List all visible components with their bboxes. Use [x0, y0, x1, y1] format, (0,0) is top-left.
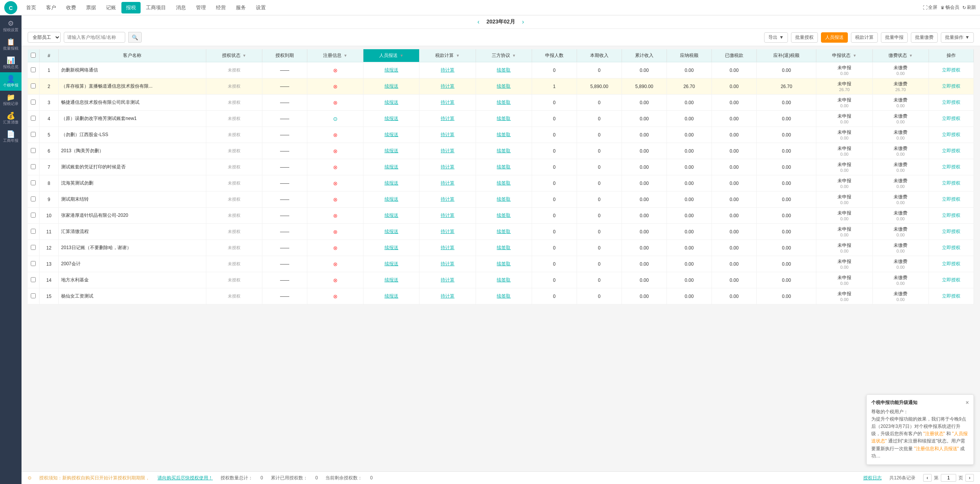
row-actions[interactable]: 立即授权	[929, 127, 973, 143]
fullscreen-btn[interactable]: ⛶ 全屏	[923, 4, 937, 11]
action-btn[interactable]: 立即授权	[942, 99, 960, 106]
action-btn[interactable]: 立即授权	[942, 244, 960, 251]
row-select-checkbox[interactable]	[31, 213, 36, 218]
row-actions[interactable]: 立即授权	[929, 256, 973, 272]
row-person-report[interactable]: 续报送	[363, 111, 420, 127]
row-select-checkbox[interactable]	[31, 148, 36, 153]
nav-item-经营[interactable]: 经营	[211, 2, 230, 13]
batch-auth-btn[interactable]: 批量授权	[791, 32, 818, 43]
row-select-checkbox[interactable]	[31, 180, 36, 185]
sidebar-item-报税总览[interactable]: 📊报税总览	[0, 54, 22, 72]
sidebar-item-个税申报[interactable]: 👤个税申报	[0, 72, 22, 91]
next-page-btn[interactable]: ›	[965, 474, 974, 482]
row-tax-calc[interactable]: 待计算	[420, 288, 476, 304]
action-btn[interactable]: 立即授权	[942, 180, 960, 186]
row-person-report[interactable]: 续报送	[363, 95, 420, 111]
row-actions[interactable]: 立即授权	[929, 224, 973, 240]
row-actions[interactable]: 立即授权	[929, 208, 973, 224]
auth-log-link[interactable]: 授权日志	[863, 475, 882, 481]
row-actions[interactable]: 立即授权	[929, 95, 973, 111]
nav-item-报税[interactable]: 报税	[121, 2, 141, 13]
action-btn[interactable]: 立即授权	[942, 212, 960, 219]
row-person-report[interactable]: 续报送	[363, 62, 420, 78]
row-actions[interactable]: 立即授权	[929, 240, 973, 256]
row-select-checkbox[interactable]	[31, 67, 36, 72]
row-select-checkbox[interactable]	[31, 229, 36, 234]
nav-item-票据[interactable]: 票据	[81, 2, 101, 13]
row-select-checkbox[interactable]	[31, 83, 36, 88]
row-checkbox[interactable]	[28, 127, 39, 143]
row-actions[interactable]: 立即授权	[929, 159, 973, 175]
select-all-checkbox[interactable]	[31, 53, 36, 58]
row-tri-agreement[interactable]: 续签取	[476, 272, 532, 288]
col-tax-calc[interactable]: 税款计算 ▼	[420, 49, 476, 62]
action-btn[interactable]: 立即授权	[942, 164, 960, 170]
row-select-checkbox[interactable]	[31, 293, 36, 298]
row-person-report[interactable]: 续报送	[363, 143, 420, 159]
row-actions[interactable]: 立即授权	[929, 272, 973, 288]
row-tri-agreement[interactable]: 续签取	[476, 191, 532, 208]
row-tax-calc[interactable]: 待计算	[420, 127, 476, 143]
prev-page-btn[interactable]: ‹	[923, 474, 932, 482]
nav-item-记账[interactable]: 记账	[101, 2, 121, 13]
row-tax-calc[interactable]: 待计算	[420, 240, 476, 256]
personal-report-btn[interactable]: 人员报送	[821, 32, 848, 43]
row-checkbox[interactable]	[28, 208, 39, 224]
row-person-report[interactable]: 续报送	[363, 208, 420, 224]
col-tri-agreement[interactable]: 三方协议 ▼	[476, 49, 532, 62]
nav-item-首页[interactable]: 首页	[22, 2, 41, 13]
row-select-checkbox[interactable]	[31, 100, 36, 105]
page-input[interactable]	[941, 474, 956, 482]
warn-link[interactable]: 请向购买后尽快授权使用！	[158, 475, 213, 481]
row-tax-calc[interactable]: 待计算	[420, 224, 476, 240]
row-tax-calc[interactable]: 待计算	[420, 256, 476, 272]
col-reg-info[interactable]: 注册信息 ▼	[307, 49, 363, 62]
row-person-report[interactable]: 续报送	[363, 159, 420, 175]
notification-close-btn[interactable]: ×	[966, 399, 969, 406]
row-tri-agreement[interactable]: 续签取	[476, 95, 532, 111]
row-tax-calc[interactable]: 待计算	[420, 143, 476, 159]
nav-item-客户[interactable]: 客户	[41, 2, 61, 13]
action-btn[interactable]: 立即授权	[942, 131, 960, 138]
row-select-checkbox[interactable]	[31, 132, 36, 137]
row-tri-agreement[interactable]: 续签取	[476, 62, 532, 78]
row-checkbox[interactable]	[28, 288, 39, 304]
row-checkbox[interactable]	[28, 272, 39, 288]
row-tri-agreement[interactable]: 续签取	[476, 256, 532, 272]
action-btn[interactable]: 立即授权	[942, 115, 960, 122]
nav-item-工商项目[interactable]: 工商项目	[141, 2, 171, 13]
row-checkbox[interactable]	[28, 224, 39, 240]
member-btn[interactable]: ♛ 畅会员	[940, 4, 959, 11]
row-actions[interactable]: 立即授权	[929, 191, 973, 208]
row-actions[interactable]: 立即授权	[929, 62, 973, 78]
row-checkbox[interactable]	[28, 175, 39, 191]
row-checkbox[interactable]	[28, 240, 39, 256]
row-tax-calc[interactable]: 待计算	[420, 78, 476, 95]
row-person-report[interactable]: 续报送	[363, 240, 420, 256]
row-select-checkbox[interactable]	[31, 116, 36, 121]
col-person-report[interactable]: 人员报送 ▼	[363, 49, 420, 62]
row-tri-agreement[interactable]: 续签取	[476, 175, 532, 191]
row-actions[interactable]: 立即授权	[929, 143, 973, 159]
nav-item-收费[interactable]: 收费	[61, 2, 81, 13]
row-checkbox[interactable]	[28, 143, 39, 159]
row-tax-calc[interactable]: 待计算	[420, 208, 476, 224]
action-btn[interactable]: 立即授权	[942, 67, 960, 73]
nav-item-设置[interactable]: 设置	[251, 2, 270, 13]
row-person-report[interactable]: 续报送	[363, 272, 420, 288]
row-tri-agreement[interactable]: 续签取	[476, 288, 532, 304]
row-select-checkbox[interactable]	[31, 277, 36, 282]
row-actions[interactable]: 立即授权	[929, 175, 973, 191]
row-tax-calc[interactable]: 待计算	[420, 191, 476, 208]
prev-period-btn[interactable]: ‹	[475, 18, 482, 25]
action-btn[interactable]: 立即授权	[942, 83, 960, 90]
row-tax-calc[interactable]: 待计算	[420, 159, 476, 175]
action-btn[interactable]: 立即授权	[942, 228, 960, 235]
col-pay-status[interactable]: 缴费状态 ▼	[872, 49, 929, 62]
row-tri-agreement[interactable]: 续签取	[476, 111, 532, 127]
nav-item-消息[interactable]: 消息	[171, 2, 191, 13]
row-actions[interactable]: 立即授权	[929, 78, 973, 95]
row-person-report[interactable]: 续报送	[363, 256, 420, 272]
row-person-report[interactable]: 续报送	[363, 78, 420, 95]
row-tri-agreement[interactable]: 续签取	[476, 78, 532, 95]
